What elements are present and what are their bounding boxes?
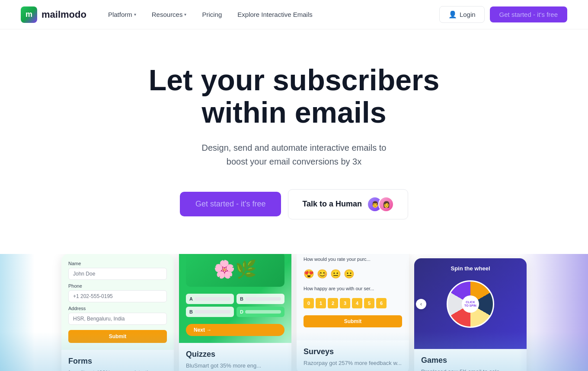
quiz-option-a[interactable]: A (186, 294, 234, 304)
quiz-option-d[interactable]: D (236, 307, 284, 317)
emoji-4[interactable]: 😐 (344, 269, 355, 279)
quizzes-card-info: Quizzes BluSmart got 35% more eng... (179, 343, 291, 371)
rating-1[interactable]: 1 (316, 298, 326, 308)
quizzes-card-desc: BluSmart got 35% more eng... (186, 361, 284, 370)
wheel-area: ‹ CLICKTO SPIN (421, 280, 520, 328)
card-container: Name John Doe Phone +1 202-555-0195 Addr… (56, 254, 532, 371)
nav-links: Platform ▾ Resources ▾ Pricing Explore I… (102, 7, 319, 22)
games-preview: Spin the wheel ‹ CLICKTO SPIN (414, 258, 527, 349)
form-submit-button[interactable]: Submit (68, 330, 167, 343)
quiz-options: A B B D (186, 294, 284, 317)
hero-section: Let your subscribers within emails Desig… (35, 29, 553, 245)
quiz-image: 🌸🌿 (186, 254, 284, 287)
surveys-card-title: Surveys (304, 347, 402, 356)
games-card-info: Games Preplaced saw 5X email to sale (414, 349, 527, 371)
rating-5[interactable]: 5 (364, 298, 374, 308)
get-started-button[interactable]: Get started - it's free (180, 192, 281, 216)
quiz-option-b2[interactable]: B (186, 307, 234, 317)
logo-area[interactable]: m mailmodo (21, 6, 86, 23)
team-avatars: 👨 👩 (367, 197, 394, 212)
feature-cards-section: Name John Doe Phone +1 202-555-0195 Addr… (0, 254, 588, 371)
rating-row: 0 1 2 3 4 5 6 (304, 298, 402, 308)
games-card: Spin the wheel ‹ CLICKTO SPIN Games Prep… (414, 258, 527, 371)
rating-6[interactable]: 6 (376, 298, 387, 308)
nav-link-interactive-emails[interactable]: Explore Interactive Emails (231, 7, 318, 22)
emoji-3[interactable]: 😐 (330, 269, 341, 279)
quizzes-card-title: Quizzes (186, 350, 284, 359)
hero-subtitle: Design, send and automate interactive em… (55, 141, 533, 168)
forms-card: Name John Doe Phone +1 202-555-0195 Addr… (61, 254, 174, 371)
nav-link-platform[interactable]: Platform ▾ (102, 7, 142, 22)
login-button[interactable]: 👤 Login (439, 6, 485, 23)
nav-right: 👤 Login Get started - it's free (439, 6, 567, 23)
surveys-preview: How would you rate your purc... 😍 😊 😐 😐 … (297, 254, 409, 340)
forms-card-info: Forms foundit got 400% more registration… (61, 350, 174, 371)
spin-label: Spin the wheel (421, 265, 520, 272)
emoji-row: 😍 😊 😐 😐 (304, 269, 402, 279)
avatar-2: 👩 (378, 197, 394, 212)
forms-card-title: Forms (68, 357, 167, 366)
logo-text: mailmodo (42, 9, 86, 20)
games-card-title: Games (421, 356, 520, 365)
nav-link-pricing[interactable]: Pricing (196, 7, 228, 22)
emoji-1[interactable]: 😍 (304, 269, 314, 279)
talk-to-human-button[interactable]: Talk to a Human 👨 👩 (288, 189, 408, 219)
nav-left: m mailmodo Platform ▾ Resources ▾ Pricin… (21, 6, 319, 23)
form-phone-field: Phone +1 202-555-0195 (68, 283, 167, 302)
survey-question-1: How would you rate your purc... (304, 257, 402, 262)
rating-4[interactable]: 4 (352, 298, 362, 308)
quizzes-preview: 🌸🌿 A B B (179, 254, 291, 343)
rating-3[interactable]: 3 (340, 298, 350, 308)
quiz-option-b[interactable]: B (236, 294, 284, 304)
user-icon: 👤 (448, 10, 457, 19)
forms-card-desc: foundit got 400% more registrations (68, 368, 167, 371)
wheel-container[interactable]: CLICKTO SPIN (447, 280, 494, 328)
chevron-down-icon: ▾ (184, 12, 186, 17)
rating-2[interactable]: 2 (328, 298, 338, 308)
forms-preview: Name John Doe Phone +1 202-555-0195 Addr… (61, 254, 174, 350)
surveys-card: How would you rate your purc... 😍 😊 😐 😐 … (297, 254, 409, 371)
left-fade (0, 254, 35, 371)
mailmodo-logo-icon: m (21, 6, 37, 23)
emoji-2[interactable]: 😊 (317, 269, 328, 279)
chevron-down-icon: ▾ (134, 12, 136, 17)
nav-link-resources[interactable]: Resources ▾ (146, 7, 193, 22)
feature-cards-wrapper: Name John Doe Phone +1 202-555-0195 Addr… (0, 245, 588, 371)
hero-title: Let your subscribers within emails (55, 64, 533, 129)
navbar: m mailmodo Platform ▾ Resources ▾ Pricin… (0, 0, 588, 29)
form-name-field: Name John Doe (68, 261, 167, 280)
prev-arrow[interactable]: ‹ (416, 299, 426, 309)
surveys-card-info: Surveys Razorpay got 257% more feedback … (297, 340, 409, 371)
survey-question-2: How happy are you with our ser... (304, 286, 402, 291)
survey-submit-button[interactable]: Submit (304, 315, 402, 327)
quizzes-card: 🌸🌿 A B B (179, 254, 291, 371)
hero-cta: Get started - it's free Talk to a Human … (55, 189, 533, 219)
quiz-next-button[interactable]: Next → (186, 324, 284, 336)
rating-0[interactable]: 0 (304, 298, 314, 308)
get-started-nav-button[interactable]: Get started - it's free (490, 6, 567, 22)
spin-center-button[interactable]: CLICKTO SPIN (462, 295, 479, 313)
form-address-field: Address HSR, Bengaluru, India (68, 306, 167, 325)
surveys-card-desc: Razorpay got 257% more feedback w... (304, 359, 402, 368)
games-card-desc: Preplaced saw 5X email to sale (421, 368, 520, 371)
